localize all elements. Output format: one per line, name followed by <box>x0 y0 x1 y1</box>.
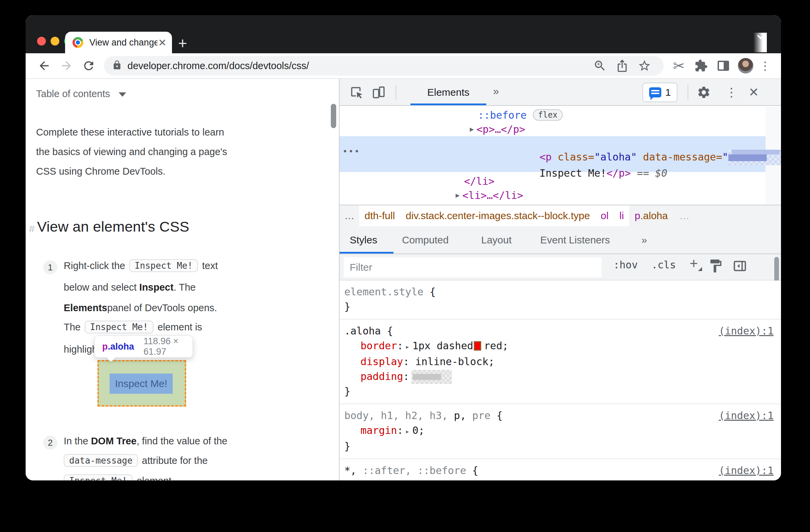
extensions-puzzle-icon[interactable] <box>693 58 709 73</box>
dom-row-selected[interactable]: ••• <p class="aloha" data-message=""> In… <box>340 136 765 172</box>
filter-input[interactable] <box>344 257 602 278</box>
profile-avatar[interactable] <box>738 58 754 73</box>
dom-row-li-close[interactable]: </li> <box>340 174 765 188</box>
rule-universal[interactable]: (index):1 *, ::after, ::before { box-siz… <box>340 459 781 480</box>
more-panels-icon[interactable]: » <box>493 85 499 97</box>
sidebar-toggle-icon[interactable] <box>732 258 748 275</box>
heading-anchor-hash[interactable]: # <box>29 223 35 235</box>
table-of-contents-dropdown[interactable]: Table of contents <box>36 88 126 99</box>
bookmark-star-icon[interactable] <box>637 58 652 73</box>
doc-scrollbar-thumb[interactable] <box>331 104 336 128</box>
breadcrumb-item[interactable]: ol <box>595 205 614 226</box>
pseudo-before-token[interactable]: ::before <box>340 109 527 121</box>
declaration-border[interactable]: border:▸1px dashedred; <box>344 338 773 354</box>
tab-title: View and change CSS - Chrome <box>90 37 158 48</box>
pseudo-state-button[interactable]: :hov <box>613 259 638 271</box>
disclosure-triangle-icon[interactable]: ▶ <box>340 125 474 133</box>
step1-line1: Right-click theInspect Me!text <box>64 257 218 274</box>
issues-message-icon <box>649 87 661 97</box>
intro-line-3: CSS using Chrome DevTools. <box>36 166 166 177</box>
dom-row-p-collapsed[interactable]: ▶ <p>…</p> <box>340 122 765 136</box>
inspect-me-highlighted-element[interactable]: Inspect Me! <box>97 360 186 406</box>
inline-code-chip: data-message <box>64 454 138 467</box>
declaration-margin[interactable]: margin:▸0; <box>344 423 773 439</box>
issues-button[interactable]: 1 <box>643 83 678 102</box>
inspect-element-icon[interactable] <box>349 84 364 100</box>
element-classes-button[interactable]: .cls <box>651 259 676 271</box>
flex-badge[interactable]: flex <box>533 109 563 121</box>
close-window-button[interactable] <box>37 37 46 46</box>
declaration-padding[interactable]: padding: <box>344 369 773 384</box>
breadcrumb-item-selected[interactable]: p.aloha <box>629 205 673 226</box>
side-panel-icon[interactable] <box>716 58 731 73</box>
settings-gear-icon[interactable] <box>696 84 712 100</box>
li-close-token[interactable]: </li> <box>340 175 495 187</box>
forward-icon[interactable] <box>59 58 74 73</box>
screenshot-canvas: View and change CSS - Chrome ✕ + develop… <box>0 0 810 532</box>
toolbar-divider <box>687 85 688 100</box>
inspect-me-label[interactable]: Inspect Me! <box>110 373 173 394</box>
breadcrumb-item[interactable]: div.stack.center-images.stack--block.typ… <box>400 205 595 226</box>
styles-tab-underline <box>340 252 393 253</box>
tab-search-chevron-icon[interactable] <box>754 30 767 45</box>
inline-code-chip: Inspect Me! <box>129 259 198 272</box>
back-icon[interactable] <box>36 58 52 73</box>
share-icon[interactable] <box>614 58 630 73</box>
tab-close-icon[interactable]: ✕ <box>158 37 166 49</box>
devtools-menu-icon[interactable]: ⋮ <box>723 84 740 100</box>
tab-styles[interactable]: Styles <box>350 226 377 253</box>
doc-scrollbar-track[interactable] <box>329 79 339 480</box>
device-toolbar-icon[interactable] <box>371 84 387 100</box>
rule-body-headings[interactable]: (index):1 body, h1, h2, h3, p, pre { mar… <box>340 404 781 459</box>
devtools-close-icon[interactable]: ✕ <box>746 84 762 100</box>
censored-attribute-value <box>728 150 781 165</box>
url-text[interactable]: developer.chrome.com/docs/devtools/css/ <box>128 60 589 71</box>
chrome-menu-icon[interactable]: ⋮ <box>759 59 771 72</box>
tab-layout[interactable]: Layout <box>481 226 512 253</box>
step1-line3: Elements panel of DevTools opens. <box>64 300 217 316</box>
breadcrumb-overflow-right[interactable]: … <box>674 205 781 226</box>
rule-element-style[interactable]: element.style { } <box>340 281 781 320</box>
browser-tab[interactable]: View and change CSS - Chrome ✕ <box>65 32 172 53</box>
li-collapsed-token[interactable]: <li>…</li> <box>460 189 523 201</box>
expand-triangle-icon[interactable]: ▸ <box>403 427 412 436</box>
tab-computed[interactable]: Computed <box>402 226 449 253</box>
p-collapsed-token[interactable]: <p>…</p> <box>474 123 525 135</box>
tooltip-dimensions: 118.96 × 61.97 <box>144 336 185 357</box>
dom-breadcrumbs: … dth-full div.stack.center-images.stack… <box>340 205 781 226</box>
more-tabs-icon[interactable]: » <box>642 226 647 253</box>
declaration-display[interactable]: display: inline-block; <box>344 354 773 369</box>
dom-row-li-collapsed[interactable]: ▶ <li>…</li> <box>340 188 765 202</box>
reload-icon[interactable] <box>81 58 96 73</box>
color-swatch-red[interactable] <box>474 341 481 351</box>
new-tab-button[interactable]: + <box>178 34 187 52</box>
dom-row-pseudo-before[interactable]: ::before flex <box>340 108 765 122</box>
new-style-rule-button[interactable]: + <box>690 255 698 272</box>
stylesheet-link[interactable]: (index):1 <box>718 408 774 423</box>
tab-event-listeners[interactable]: Event Listeners <box>540 226 610 253</box>
breadcrumb-item[interactable]: dth-full <box>359 205 400 226</box>
node-options-dots[interactable]: ••• <box>343 147 360 156</box>
toc-label: Table of contents <box>36 88 110 99</box>
breadcrumb-overflow-left[interactable]: … <box>340 205 359 226</box>
rule-aloha[interactable]: (index):1 .aloha { border:▸1px dashedred… <box>340 320 781 404</box>
scissors-extension-icon[interactable]: ✂ <box>671 58 686 73</box>
issues-count: 1 <box>665 87 671 98</box>
step-1-badge: 1 <box>43 260 57 275</box>
stylesheet-link[interactable]: (index):1 <box>718 463 774 478</box>
tooltip-element-tag: p <box>102 342 108 352</box>
inline-code-chip: Inspect Me! <box>64 475 132 480</box>
stylesheet-link[interactable]: (index):1 <box>718 323 774 338</box>
url-bar[interactable]: developer.chrome.com/docs/devtools/css/ <box>104 56 664 76</box>
step2-line3: Inspect Me!element. <box>64 473 174 480</box>
minimize-window-button[interactable] <box>51 37 59 46</box>
tab-elements[interactable]: Elements <box>410 79 486 106</box>
expand-triangle-icon[interactable]: ▸ <box>403 343 412 351</box>
declaration-box-sizing[interactable]: box-sizing: border-box; <box>344 478 773 480</box>
lock-icon <box>112 60 122 71</box>
breadcrumb-item[interactable]: li <box>614 205 629 226</box>
zoom-icon[interactable] <box>592 58 608 73</box>
devtools-toolbar: Elements » 1 ⋮ ✕ <box>340 79 781 106</box>
format-paint-icon[interactable] <box>708 258 724 275</box>
disclosure-triangle-icon[interactable]: ▶ <box>340 191 460 199</box>
